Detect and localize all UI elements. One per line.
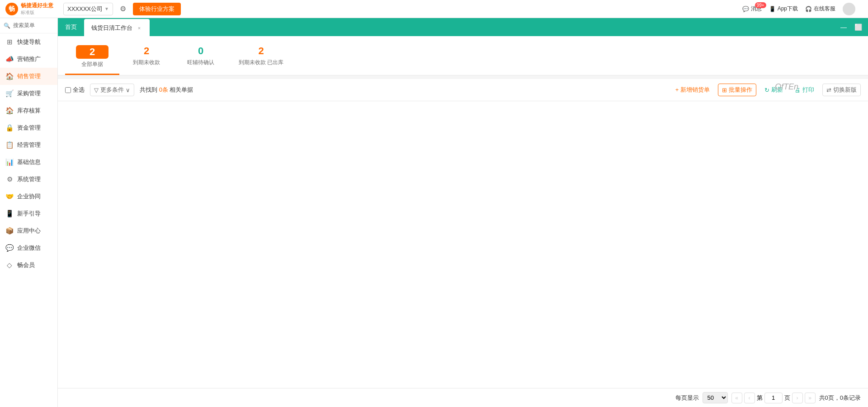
tab-home[interactable]: 首页 bbox=[58, 18, 84, 36]
switch-label: 切换新版 bbox=[833, 86, 857, 94]
header-left: 畅 畅捷通好生意 标准版 XXXXXX公司 ▼ ⚙ 体验行业方案 bbox=[5, 2, 181, 16]
sidebar-item-guide[interactable]: 📱 新手引导 bbox=[0, 205, 57, 222]
tab-active[interactable]: 钱货日清工作台 × bbox=[84, 19, 150, 37]
filter-label: 更多条件 bbox=[100, 86, 124, 94]
sidebar-icon-system: ⚙ bbox=[5, 175, 14, 183]
status-card-count-1: 2 bbox=[130, 45, 163, 57]
logo-text: 畅捷通好生意 标准版 bbox=[21, 2, 53, 16]
company-selector[interactable]: XXXXXX公司 ▼ bbox=[63, 3, 113, 15]
sidebar-item-cooperation[interactable]: 🤝 企业协同 bbox=[0, 188, 57, 205]
new-sales-order-button[interactable]: + 新增销货单 bbox=[672, 84, 713, 96]
page-content: 2 全部单据 2 到期未收款 0 旺辅待确认 2 到期未收款 已出库 全选 ▽ bbox=[58, 36, 868, 407]
switch-icon: ⇄ bbox=[826, 87, 831, 94]
more-filter-button[interactable]: ▽ 更多条件 ∨ bbox=[90, 84, 134, 96]
status-card-2[interactable]: 0 旺辅待确认 bbox=[174, 42, 228, 75]
page-label-prefix: 第 bbox=[757, 394, 763, 402]
tab-home-label: 首页 bbox=[65, 23, 77, 31]
new-sales-order-label: + 新增销货单 bbox=[675, 86, 710, 94]
refresh-icon: ↻ bbox=[764, 87, 769, 94]
sidebar-item-purchase[interactable]: 🛒 采购管理 bbox=[0, 85, 57, 102]
sidebar-icon-cooperation: 🤝 bbox=[5, 192, 14, 201]
filter-icon: ▽ bbox=[94, 87, 99, 94]
refresh-button[interactable]: ↻ 刷新 bbox=[761, 84, 787, 96]
sidebar-label-guide: 新手引导 bbox=[17, 210, 41, 218]
search-icon: 🔍 bbox=[4, 23, 10, 29]
sidebar-item-marketing[interactable]: 📣 营销推广 bbox=[0, 51, 57, 68]
per-page-select[interactable]: 50100200 bbox=[703, 392, 728, 403]
user-avatar[interactable] bbox=[843, 3, 855, 15]
found-prefix: 共找到 bbox=[140, 86, 157, 93]
sidebar-icon-inventory: 🏠 bbox=[5, 107, 14, 115]
sidebar-item-nav[interactable]: ⊞ 快捷导航 bbox=[0, 33, 57, 51]
batch-operation-button[interactable]: ⊞ 批量操作 bbox=[718, 84, 756, 96]
experience-button[interactable]: 体验行业方案 bbox=[133, 3, 181, 15]
status-card-1[interactable]: 2 到期未收款 bbox=[119, 42, 174, 75]
status-card-count-3: 2 bbox=[239, 45, 283, 57]
status-card-count-0: 2 bbox=[76, 45, 108, 59]
print-icon: 🖨 bbox=[795, 87, 801, 94]
top-header: 畅 畅捷通好生意 标准版 XXXXXX公司 ▼ ⚙ 体验行业方案 💬 消息 99… bbox=[0, 0, 868, 18]
sidebar-item-system[interactable]: ⚙ 系统管理 bbox=[0, 171, 57, 188]
message-badge: 99+ bbox=[755, 2, 766, 8]
logo-icon: 畅 bbox=[5, 3, 18, 15]
message-icon: 💬 bbox=[742, 6, 749, 12]
sidebar-item-inventory[interactable]: 🏠 库存核算 bbox=[0, 102, 57, 119]
tab-bar: 首页 钱货日清工作台 × — ⬜ bbox=[58, 18, 868, 36]
sidebar-item-member[interactable]: ◇ 畅会员 bbox=[0, 257, 57, 274]
sidebar-label-finance: 资金管理 bbox=[17, 124, 41, 132]
next-page-button[interactable]: › bbox=[792, 393, 803, 403]
message-button[interactable]: 💬 消息 99+ bbox=[742, 5, 762, 13]
select-all-checkbox[interactable]: 全选 bbox=[65, 86, 85, 94]
sidebar-icon-apps: 📦 bbox=[5, 227, 14, 235]
sidebar-icon-guide: 📱 bbox=[5, 210, 14, 218]
status-cards: 2 全部单据 2 到期未收款 0 旺辅待确认 2 到期未收款 已出库 bbox=[58, 36, 868, 75]
app-download-icon: 📱 bbox=[769, 6, 776, 12]
sidebar-item-basic[interactable]: 📊 基础信息 bbox=[0, 154, 57, 171]
first-page-button[interactable]: « bbox=[731, 393, 742, 403]
logo-area: 畅 畅捷通好生意 标准版 bbox=[5, 2, 60, 16]
company-name: XXXXXX公司 bbox=[67, 5, 103, 13]
sidebar-item-sales[interactable]: 🏠 销售管理 bbox=[0, 68, 57, 85]
toolbar: 全选 ▽ 更多条件 ∨ 共找到 0条 相关单据 + 新增销货单 bbox=[58, 79, 868, 101]
sidebar-label-nav: 快捷导航 bbox=[17, 38, 41, 46]
batch-label: 批量操作 bbox=[729, 86, 752, 94]
refresh-label: 刷新 bbox=[771, 86, 783, 94]
prev-page-button[interactable]: ‹ bbox=[744, 393, 755, 403]
sidebar-item-apps[interactable]: 📦 应用中心 bbox=[0, 222, 57, 239]
settings-icon[interactable]: ⚙ bbox=[117, 3, 129, 15]
page-number-input[interactable] bbox=[764, 393, 783, 403]
sidebar-icon-wechat: 💬 bbox=[5, 244, 14, 252]
online-service-button[interactable]: 🎧 在线客服 bbox=[805, 5, 835, 13]
pagination: « ‹ 第 页 › » bbox=[731, 393, 816, 403]
per-page-label: 每页显示 bbox=[675, 394, 699, 402]
sidebar-icon-finance: 🔒 bbox=[5, 124, 14, 132]
sidebar-label-operation: 经营管理 bbox=[17, 141, 41, 149]
select-all-input[interactable] bbox=[65, 87, 71, 93]
total-info: 共0页，0条记录 bbox=[819, 394, 861, 402]
sidebar-label-wechat: 企业微信 bbox=[17, 244, 41, 252]
sidebar-item-finance[interactable]: 🔒 资金管理 bbox=[0, 119, 57, 136]
status-card-0[interactable]: 2 全部单据 bbox=[65, 42, 119, 75]
tab-maximize-button[interactable]: ⬜ bbox=[852, 21, 864, 33]
sidebar-search[interactable]: 🔍 搜索菜单 bbox=[0, 18, 57, 33]
sidebar-label-basic: 基础信息 bbox=[17, 158, 41, 166]
status-card-label-2: 旺辅待确认 bbox=[184, 59, 217, 66]
sidebar-label-cooperation: 企业协同 bbox=[17, 192, 41, 201]
sidebar-icon-sales: 🏠 bbox=[5, 72, 14, 80]
sidebar-label-sales: 销售管理 bbox=[17, 72, 41, 80]
sidebar-label-system: 系统管理 bbox=[17, 175, 41, 183]
online-service-label: 在线客服 bbox=[814, 5, 835, 13]
last-page-button[interactable]: » bbox=[805, 393, 816, 403]
tab-minimize-button[interactable]: — bbox=[837, 21, 850, 33]
status-card-3[interactable]: 2 到期未收款 已出库 bbox=[228, 42, 294, 75]
app-download-button[interactable]: 📱 App下载 bbox=[769, 5, 798, 13]
sidebar-items: ⊞ 快捷导航 📣 营销推广 🏠 销售管理 🛒 采购管理 🏠 库存核算 🔒 资金管… bbox=[0, 33, 57, 274]
print-button[interactable]: 🖨 打印 bbox=[791, 84, 818, 96]
sidebar-item-operation[interactable]: 📋 经营管理 bbox=[0, 136, 57, 154]
table-area bbox=[58, 101, 868, 388]
toolbar-left: 全选 ▽ 更多条件 ∨ 共找到 0条 相关单据 bbox=[65, 84, 193, 96]
switch-new-version-button[interactable]: ⇄ 切换新版 bbox=[822, 84, 861, 96]
sidebar-item-wechat[interactable]: 💬 企业微信 bbox=[0, 239, 57, 257]
tab-close-button[interactable]: × bbox=[136, 25, 142, 31]
page-label: 页 bbox=[784, 394, 790, 402]
